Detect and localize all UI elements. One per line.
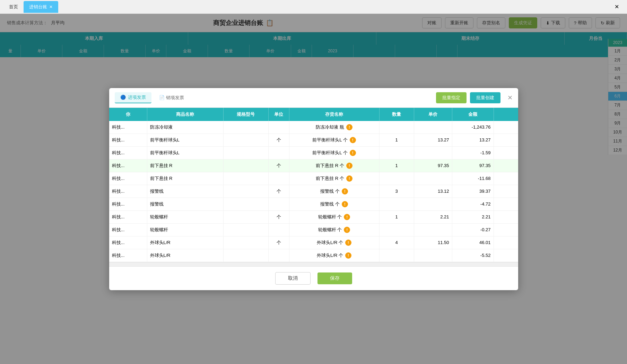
cell-unit: 个 bbox=[269, 134, 289, 146]
table-row: 科技... 报警线 报警线 个 ! -4.72 bbox=[109, 198, 518, 211]
warning-icon: ! bbox=[344, 227, 350, 233]
cell-inventory: 轮毂螺杆 个 ! bbox=[289, 224, 380, 236]
cell-amount: -1,243.76 bbox=[452, 121, 494, 133]
cell-product: 外球头L/R bbox=[147, 236, 224, 249]
warning-icon: ! bbox=[346, 175, 352, 182]
cell-product: 外球头L/R bbox=[147, 249, 224, 262]
th-spec: 规格型号 bbox=[224, 108, 269, 121]
cell-qty bbox=[380, 249, 414, 262]
tab-sales-invoice[interactable]: 📄 销项发票 bbox=[155, 93, 188, 103]
th-unit: 单位 bbox=[269, 108, 289, 121]
cell-product: 防冻冷却液 bbox=[147, 121, 224, 133]
cell-spec bbox=[224, 134, 269, 146]
cell-price: 2.21 bbox=[414, 211, 452, 223]
th-qty: 数量 bbox=[380, 108, 414, 121]
cell-product: 前下悬挂 R bbox=[147, 159, 224, 172]
table-row: 科技... 轮毂螺杆 个 轮毂螺杆 个 ! 1 2.21 2.21 bbox=[109, 211, 518, 224]
cell-amount: -4.72 bbox=[452, 198, 494, 210]
cell-amount: 39.37 bbox=[452, 185, 494, 198]
cell-amount: 46.01 bbox=[452, 236, 494, 249]
warning-icon: ! bbox=[342, 188, 348, 194]
th-product-name: 商品名称 bbox=[147, 108, 224, 121]
cell-qty bbox=[380, 198, 414, 210]
cell-spec bbox=[224, 185, 269, 198]
cell-company: 科技... bbox=[109, 134, 147, 146]
cell-company: 科技... bbox=[109, 159, 147, 172]
modal-dialog: 🔵 进项发票 📄 销项发票 批量指定 批量创建 ✕ 你 商品名称 规 bbox=[109, 88, 518, 290]
modal-header: 🔵 进项发票 📄 销项发票 批量指定 批量创建 ✕ bbox=[109, 88, 518, 108]
cell-unit bbox=[269, 224, 289, 236]
cell-qty: 1 bbox=[380, 211, 414, 223]
cell-price: 97.35 bbox=[414, 159, 452, 172]
cell-company: 科技... bbox=[109, 211, 147, 223]
cell-inventory: 前平衡杆球头L 个 ! bbox=[289, 147, 380, 159]
cell-qty bbox=[380, 147, 414, 159]
tab-home[interactable]: 首页 bbox=[3, 1, 24, 13]
cell-unit: 个 bbox=[269, 185, 289, 198]
table-row: 科技... 防冻冷却液 防冻冷却液 瓶 ! -1,243.76 bbox=[109, 121, 518, 134]
cell-inventory: 外球头L/R 个 ! bbox=[289, 236, 380, 249]
batch-assign-button[interactable]: 批量指定 bbox=[436, 92, 467, 103]
table-row: 科技... 前下悬挂 R 个 前下悬挂 R 个 ! 1 97.35 97.35 bbox=[109, 159, 518, 172]
table-row: 科技... 外球头L/R 个 外球头L/R 个 ! 4 11.50 46.01 bbox=[109, 236, 518, 249]
th-amount: 金额 bbox=[452, 108, 494, 121]
cell-amount: -5.52 bbox=[452, 249, 494, 262]
cell-company: 科技... bbox=[109, 224, 147, 236]
cell-qty bbox=[380, 172, 414, 185]
cell-amount: 2.21 bbox=[452, 211, 494, 223]
cell-product: 轮毂螺杆 bbox=[147, 224, 224, 236]
horizontal-scrollbar[interactable] bbox=[109, 262, 518, 266]
cell-price bbox=[414, 224, 452, 236]
modal-close-button[interactable]: ✕ bbox=[507, 94, 513, 102]
cell-unit: 个 bbox=[269, 159, 289, 172]
tab-income-invoice[interactable]: 🔵 进项发票 bbox=[115, 92, 151, 103]
warning-icon: ! bbox=[345, 252, 351, 259]
cell-inventory: 前平衡杆球头L 个 ! bbox=[289, 134, 380, 146]
cell-qty: 4 bbox=[380, 236, 414, 249]
cell-product: 前平衡杆球头L bbox=[147, 147, 224, 159]
cell-spec bbox=[224, 211, 269, 223]
cell-spec bbox=[224, 159, 269, 172]
cell-product: 轮毂螺杆 bbox=[147, 211, 224, 223]
cell-amount: 97.35 bbox=[452, 159, 494, 172]
cell-company: 科技... bbox=[109, 236, 147, 249]
cell-unit bbox=[269, 121, 289, 133]
cell-qty: 3 bbox=[380, 185, 414, 198]
modal-footer: 取消 保存 bbox=[109, 266, 518, 290]
modal-table: 你 商品名称 规格型号 单位 存货名称 数量 单价 金额 科技... 防冻冷却液 bbox=[109, 108, 518, 262]
warning-icon: ! bbox=[345, 240, 351, 246]
cell-amount: -0.27 bbox=[452, 224, 494, 236]
cell-unit: 个 bbox=[269, 211, 289, 223]
cell-company: 科技... bbox=[109, 172, 147, 185]
warning-icon: ! bbox=[346, 163, 352, 169]
tab-ledger[interactable]: 进销台账 ✕ bbox=[24, 1, 58, 13]
cell-spec bbox=[224, 198, 269, 210]
cell-company: 科技... bbox=[109, 249, 147, 262]
cell-spec bbox=[224, 172, 269, 185]
cell-company: 科技... bbox=[109, 147, 147, 159]
main-area: 销售成本计算方法： 月平均 商贸企业进销台账 📋 对账 重新开账 存货别名 生成… bbox=[0, 14, 627, 364]
cell-unit bbox=[269, 172, 289, 185]
cell-price bbox=[414, 198, 452, 210]
cell-inventory: 轮毂螺杆 个 ! bbox=[289, 211, 380, 223]
tab-close-icon[interactable]: ✕ bbox=[49, 5, 53, 9]
save-button[interactable]: 保存 bbox=[317, 272, 352, 284]
income-invoice-icon: 🔵 bbox=[120, 95, 126, 100]
cell-unit bbox=[269, 198, 289, 210]
tab-bar: 首页 进销台账 ✕ ✕ bbox=[0, 0, 627, 14]
sales-invoice-icon: 📄 bbox=[159, 95, 165, 100]
batch-create-button[interactable]: 批量创建 bbox=[470, 92, 500, 103]
cell-spec bbox=[224, 224, 269, 236]
table-row: 科技... 轮毂螺杆 轮毂螺杆 个 ! -0.27 bbox=[109, 224, 518, 236]
cancel-button[interactable]: 取消 bbox=[275, 272, 311, 285]
cell-unit: 个 bbox=[269, 236, 289, 249]
cell-product: 报警线 bbox=[147, 198, 224, 210]
cell-price: 11.50 bbox=[414, 236, 452, 249]
cell-spec bbox=[224, 236, 269, 249]
warning-icon: ! bbox=[350, 137, 356, 143]
window-close-button[interactable]: ✕ bbox=[610, 0, 624, 14]
cell-price: 13.27 bbox=[414, 134, 452, 146]
cell-price bbox=[414, 249, 452, 262]
cell-inventory: 外球头L/R 个 ! bbox=[289, 249, 380, 262]
cell-spec bbox=[224, 121, 269, 133]
